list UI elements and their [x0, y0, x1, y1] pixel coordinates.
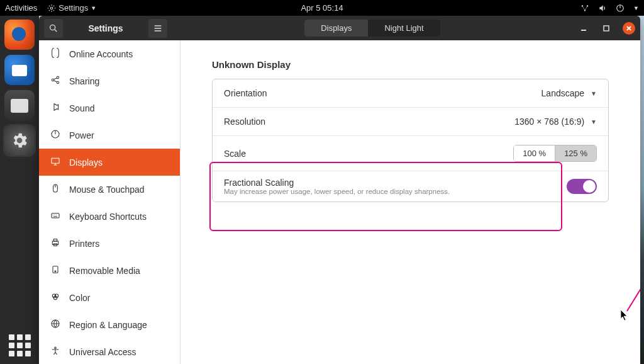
svg-rect-14: [52, 241, 58, 244]
sidebar-item-displays[interactable]: Displays: [39, 149, 180, 176]
sidebar-item-mouse-touchpad[interactable]: Mouse & Touchpad: [39, 176, 180, 203]
scale-label: Scale: [224, 149, 513, 159]
resolution-label: Resolution: [224, 117, 514, 127]
scale-125-button[interactable]: 125 %: [555, 145, 596, 161]
printers-icon: [50, 237, 60, 249]
fractional-scaling-row: Fractional Scaling May increase power us…: [213, 171, 608, 202]
titlebar: Settings Displays Night Light: [39, 16, 640, 40]
chevron-down-icon: ▼: [91, 5, 96, 11]
orientation-row[interactable]: Orientation Landscape ▼: [213, 79, 608, 108]
chevron-down-icon: ▼: [633, 5, 639, 11]
svg-point-18: [55, 271, 56, 272]
sidebar-item-region-language[interactable]: Region & Language: [39, 311, 180, 338]
app-menu-button[interactable]: Settings ▼: [47, 3, 96, 13]
sidebar-item-label: Universal Access: [69, 347, 136, 357]
sidebar-item-label: Printers: [69, 239, 99, 249]
dock: [0, 16, 39, 364]
volume-icon: [598, 4, 607, 13]
color-icon: [50, 292, 60, 304]
sidebar-item-power[interactable]: Power: [39, 122, 180, 149]
svg-point-3: [587, 5, 588, 6]
display-settings-panel: Orientation Landscape ▼ Resolution 1360 …: [212, 79, 609, 202]
scale-segment: 100 % 125 %: [513, 145, 597, 162]
maximize-button[interactable]: [600, 22, 613, 35]
sidebar-item-label: Removable Media: [69, 266, 140, 276]
dock-firefox[interactable]: [4, 20, 35, 50]
sidebar-item-label: Region & Language: [69, 320, 147, 330]
sidebar-item-label: Keyboard Shortcuts: [69, 212, 147, 222]
fractional-scaling-toggle[interactable]: [567, 179, 597, 194]
svg-point-0: [51, 7, 53, 9]
removable-media-icon: [50, 264, 60, 276]
sidebar-item-label: Mouse & Touchpad: [69, 185, 145, 195]
svg-line-25: [627, 245, 640, 311]
minimize-button[interactable]: [577, 22, 590, 35]
clock-text: Apr 5 05:14: [301, 3, 343, 13]
sidebar-item-online-accounts[interactable]: Online Accounts: [39, 40, 180, 67]
app-menu-label: Settings: [58, 3, 88, 13]
sidebar-item-label: Sharing: [69, 76, 99, 86]
svg-point-1: [582, 5, 583, 6]
close-button[interactable]: [623, 22, 635, 35]
orientation-value: Landscape: [541, 88, 585, 98]
settings-window: Settings Displays Night Light Onl: [39, 16, 640, 364]
settings-sidebar: Online AccountsSharingSoundPowerDisplays…: [39, 40, 180, 364]
sidebar-item-sharing[interactable]: Sharing: [39, 67, 180, 94]
resolution-value: 1360 × 768 (16:9): [514, 117, 584, 127]
dock-thunderbird[interactable]: [4, 55, 35, 85]
sidebar-item-removable-media[interactable]: Removable Media: [39, 257, 180, 284]
fractional-scaling-sub: May increase power usage, lower speed, o…: [224, 188, 567, 195]
chevron-down-icon: ▼: [591, 90, 597, 97]
activities-label: Activities: [5, 3, 37, 13]
sidebar-item-label: Power: [69, 130, 94, 140]
universal-access-icon: [50, 346, 60, 358]
displays-panel: Unknown Display Orientation Landscape ▼ …: [180, 40, 640, 364]
dock-settings[interactable]: [4, 125, 35, 156]
system-tray[interactable]: ▼: [580, 4, 639, 13]
sidebar-item-label: Color: [69, 293, 90, 303]
resolution-row[interactable]: Resolution 1360 × 768 (16:9) ▼: [213, 108, 608, 136]
tab-displays[interactable]: Displays: [304, 20, 368, 37]
dock-files[interactable]: [4, 90, 35, 120]
keyboard-shortcuts-icon: [50, 210, 60, 222]
settings-small-icon: [47, 4, 56, 13]
svg-rect-13: [52, 213, 59, 218]
displays-icon: [50, 156, 60, 168]
scale-100-button[interactable]: 100 %: [514, 145, 555, 161]
mouse-touchpad-icon: [50, 183, 60, 195]
clock[interactable]: Apr 5 05:14: [301, 3, 343, 13]
sound-icon: [50, 102, 60, 114]
annotation-arrow: [614, 242, 640, 320]
sidebar-item-color[interactable]: Color: [39, 284, 180, 311]
tab-night-light[interactable]: Night Light: [368, 20, 440, 37]
gnome-top-bar: Activities Settings ▼ Apr 5 05:14 ▼: [0, 0, 644, 16]
chevron-down-icon: ▼: [591, 118, 597, 125]
search-icon: [48, 23, 58, 33]
sidebar-item-keyboard-shortcuts[interactable]: Keyboard Shortcuts: [39, 203, 180, 230]
view-switcher: Displays Night Light: [304, 20, 440, 37]
power-icon: [50, 129, 60, 141]
sidebar-item-sound[interactable]: Sound: [39, 94, 180, 122]
svg-point-5: [50, 25, 55, 30]
show-applications-button[interactable]: [7, 333, 32, 358]
scale-row: Scale 100 % 125 %: [213, 136, 608, 171]
sidebar-item-label: Online Accounts: [69, 49, 133, 59]
svg-rect-11: [52, 158, 59, 163]
online-accounts-icon: [50, 48, 60, 60]
sidebar-item-label: Displays: [69, 157, 103, 168]
activities-button[interactable]: Activities: [5, 3, 37, 13]
sidebar-item-printers[interactable]: Printers: [39, 230, 180, 257]
power-menu-icon: [616, 4, 625, 13]
window-title: Settings: [68, 23, 143, 33]
sidebar-item-universal-access[interactable]: Universal Access: [39, 338, 180, 364]
sharing-icon: [50, 75, 60, 87]
svg-rect-15: [53, 239, 57, 241]
region-language-icon: [50, 319, 60, 331]
svg-rect-6: [604, 26, 609, 31]
display-name-heading: Unknown Display: [212, 59, 609, 70]
hamburger-button[interactable]: [148, 19, 167, 38]
menu-icon: [153, 23, 163, 33]
search-button[interactable]: [44, 19, 63, 38]
network-icon: [580, 4, 589, 13]
orientation-label: Orientation: [224, 88, 541, 98]
